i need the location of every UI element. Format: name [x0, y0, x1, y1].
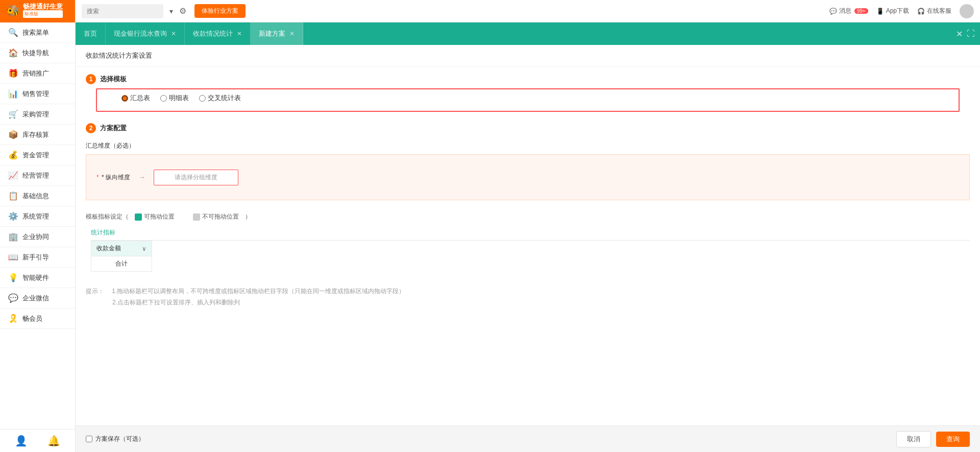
sidebar-item-finance[interactable]: 💰 资金管理: [0, 145, 75, 165]
sidebar-bottom-icon-left[interactable]: 👤: [15, 435, 28, 447]
sidebar-item-enterprise[interactable]: 🏢 企业协同: [0, 227, 75, 247]
search-input[interactable]: [82, 4, 163, 18]
save-checkbox[interactable]: [86, 436, 92, 442]
support-btn[interactable]: 🎧 在线客服: [917, 7, 951, 15]
page-inner: 收款情况统计方案设置 1 选择模板 汇总表 明细表: [76, 45, 980, 425]
notification-icon: 💬: [829, 8, 837, 15]
sidebar-item-label: 营销推广: [22, 69, 49, 78]
gear-icon: ⚙️: [8, 211, 18, 221]
query-button[interactable]: 查询: [936, 432, 970, 447]
stat-table-header[interactable]: 收款金额 ∨: [91, 241, 152, 256]
sidebar-item-wechat[interactable]: 💬 企业微信: [0, 288, 75, 308]
tips-area: 提示： 1.拖动标题栏可以调整布局，不可跨维度或指标区域拖动栏目字段（只能在同一…: [86, 280, 970, 312]
radio-cross-input[interactable]: [199, 95, 206, 102]
dimension-section: 汇总维度（必选） * * 纵向维度 → 请选择分组维度: [86, 137, 970, 200]
money-icon: 💰: [8, 150, 18, 160]
building-icon: 🏢: [8, 232, 18, 242]
sidebar-item-basic-info[interactable]: 📋 基础信息: [0, 186, 75, 206]
chat-icon: 💬: [8, 293, 18, 303]
vertical-dim-label: * * 纵向维度: [96, 173, 130, 182]
download-label: App下载: [886, 7, 909, 15]
clipboard-icon: 📋: [8, 191, 18, 201]
sidebar-item-purchase[interactable]: 🛒 采购管理: [0, 104, 75, 125]
metrics-header: 模板指标设定（ 可拖动位置 不可拖动位置 ）: [86, 208, 970, 226]
user-avatar[interactable]: [960, 4, 974, 18]
sidebar-item-quick-nav[interactable]: 🏠 快捷导航: [0, 43, 75, 63]
dropdown-arrow-icon[interactable]: ▾: [169, 7, 173, 15]
cart-icon: 🛒: [8, 109, 18, 119]
tab-home[interactable]: 首页: [76, 22, 106, 45]
radio-detail[interactable]: 明细表: [160, 93, 189, 103]
sidebar-bottom: 👤 🔔: [0, 429, 75, 452]
sidebar-item-label: 采购管理: [22, 110, 49, 119]
trial-button[interactable]: 体验行业方案: [194, 4, 246, 18]
stat-table: 收款金额 ∨ 合计: [91, 241, 152, 272]
sidebar-item-label: 资金管理: [22, 151, 49, 160]
sidebar-item-operations[interactable]: 📈 经营管理: [0, 165, 75, 186]
sidebar-item-label: 搜索菜单: [22, 28, 49, 37]
radio-summary-label: 汇总表: [130, 93, 150, 103]
dimension-row: * * 纵向维度 → 请选择分组维度: [96, 170, 959, 185]
sidebar-item-inventory[interactable]: 📦 库存核算: [0, 125, 75, 145]
radio-cross-label: 交叉统计表: [208, 93, 241, 103]
home-icon: 🏠: [8, 48, 18, 58]
stat-table-area: 统计指标 收款金额 ∨ 合计: [86, 226, 970, 272]
notification-label: 消息: [839, 7, 851, 15]
search-menu-icon: 🔍: [8, 28, 18, 37]
topbar-right: 💬 消息 99+ 📱 App下载 🎧 在线客服: [829, 4, 974, 18]
sidebar-item-membership[interactable]: 🎗️ 畅会员: [0, 308, 75, 329]
sidebar-item-smart-hw[interactable]: 💡 智能硬件: [0, 268, 75, 288]
tab-home-label: 首页: [84, 29, 97, 38]
tab-bank-flow-label: 现金银行流水查询: [114, 29, 167, 38]
download-btn[interactable]: 📱 App下载: [876, 7, 909, 15]
sidebar-item-sales[interactable]: 📊 销售管理: [0, 84, 75, 104]
cancel-button[interactable]: 取消: [896, 431, 931, 447]
support-icon: 🎧: [917, 8, 925, 15]
step1-num: 1: [86, 74, 96, 84]
tab-new-plan-close[interactable]: ✕: [289, 30, 295, 37]
no-drag-indicator: [193, 213, 200, 221]
radio-cross[interactable]: 交叉统计表: [199, 93, 241, 103]
ribbon-icon: 🎗️: [8, 314, 18, 323]
tip-text-1: 1.拖动标题栏可以调整布局，不可跨维度或指标区域拖动栏目字段（只能在同一维度或指…: [112, 288, 405, 295]
tab-maximize-icon[interactable]: ⛶: [967, 29, 975, 38]
radio-summary-input[interactable]: [121, 95, 128, 102]
trend-icon: 📈: [8, 171, 18, 180]
tip-text-2: 2.点击标题栏下拉可设置排序、插入列和删除列: [112, 299, 240, 306]
main-container: ▾ ⚙ 体验行业方案 💬 消息 99+ 📱 App下载 🎧 在线客服 首页: [76, 0, 980, 452]
metrics-config-close: ）: [245, 212, 251, 221]
sidebar-item-guide[interactable]: 📖 新手引导: [0, 247, 75, 268]
sidebar-item-marketing[interactable]: 🎁 营销推广: [0, 63, 75, 84]
step2-label: 2 方案配置: [86, 120, 127, 137]
download-icon: 📱: [876, 8, 884, 15]
radio-summary[interactable]: 汇总表: [121, 93, 150, 103]
logo-text: 畅捷通好生意: [23, 3, 63, 11]
radio-detail-input[interactable]: [160, 95, 167, 102]
tab-close-all-icon[interactable]: ✕: [956, 29, 963, 39]
settings-icon[interactable]: ⚙: [179, 6, 186, 16]
sidebar-logo: 🐝 畅捷通好生意 标准版: [0, 0, 75, 22]
box-icon: 📦: [8, 130, 18, 139]
page-content: 收款情况统计方案设置 1 选择模板 汇总表 明细表: [76, 45, 980, 425]
sidebar-item-label: 企业协同: [22, 232, 49, 242]
tip-line-1: 提示： 1.拖动标题栏可以调整布局，不可跨维度或指标区域拖动栏目字段（只能在同一…: [86, 286, 970, 297]
notification-btn[interactable]: 💬 消息 99+: [829, 7, 868, 15]
tab-bank-flow-close[interactable]: ✕: [171, 30, 176, 37]
col-dropdown-icon[interactable]: ∨: [142, 245, 146, 252]
sidebar-item-system[interactable]: ⚙️ 系统管理: [0, 206, 75, 227]
sidebar-bottom-icon-right[interactable]: 🔔: [47, 435, 60, 447]
tab-bank-flow[interactable]: 现金银行流水查询 ✕: [106, 22, 185, 45]
stat-label: 统计指标: [91, 226, 970, 241]
dimension-section-title: 汇总维度（必选）: [86, 137, 970, 154]
sidebar-item-label: 企业微信: [22, 294, 49, 303]
sidebar: 🐝 畅捷通好生意 标准版 🔍 搜索菜单 🏠 快捷导航 🎁 营销推广 📊 销售管理…: [0, 0, 76, 452]
tab-receipt-stats-close[interactable]: ✕: [237, 30, 242, 37]
bulb-icon: 💡: [8, 273, 18, 282]
sidebar-item-search-menu[interactable]: 🔍 搜索菜单: [0, 22, 75, 43]
sidebar-item-label: 系统管理: [22, 212, 49, 221]
dimension-select[interactable]: 请选择分组维度: [154, 170, 238, 185]
tab-receipt-stats[interactable]: 收款情况统计 ✕: [185, 22, 251, 45]
drag-indicator: [135, 213, 142, 221]
notification-badge: 99+: [854, 8, 868, 14]
tab-new-plan[interactable]: 新建方案 ✕: [251, 22, 303, 45]
